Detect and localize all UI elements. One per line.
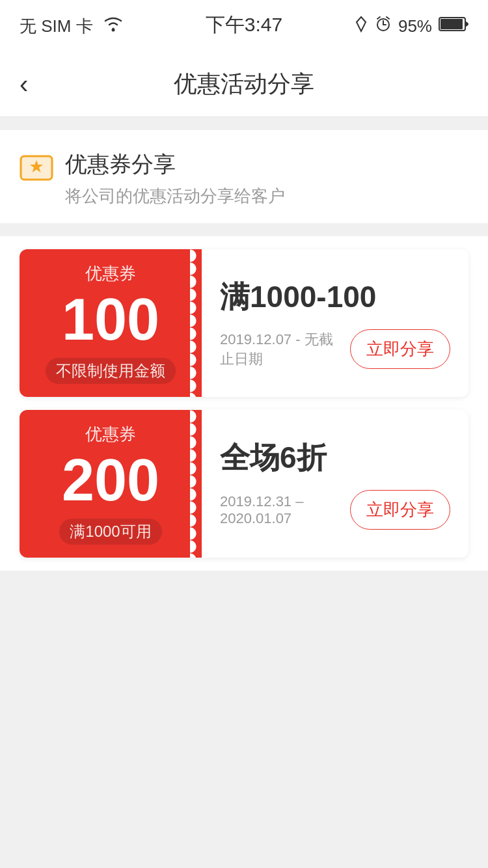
svg-rect-5	[441, 19, 463, 29]
coupon-condition-2: 满1000可用	[59, 519, 161, 545]
coupon-card-1: 优惠券 100 不限制使用金额 满1000-100 2019.12.07 - 无…	[20, 249, 468, 397]
battery-icon	[439, 16, 468, 36]
section-text: 优惠券分享 将公司的优惠活动分享给客户	[65, 150, 285, 208]
alarm-icon	[375, 16, 392, 37]
coupon-label-2: 优惠券	[85, 423, 136, 446]
svg-point-0	[111, 28, 115, 31]
empty-area	[0, 571, 488, 868]
location-icon	[354, 16, 368, 37]
status-right: 95%	[354, 16, 468, 37]
coupon-left-2: 优惠券 200 满1000可用	[20, 410, 202, 558]
nav-title: 优惠活动分享	[174, 68, 314, 100]
back-button[interactable]: ‹	[20, 70, 28, 99]
coupon-title-1: 满1000-100	[220, 277, 450, 318]
coupon-bottom-1: 2019.12.07 - 无截止日期 立即分享	[220, 329, 450, 369]
coupon-bottom-2: 2019.12.31 – 2020.01.07 立即分享	[220, 490, 450, 530]
coupon-condition-1: 不限制使用金额	[46, 358, 176, 384]
share-button-1[interactable]: 立即分享	[350, 329, 450, 369]
section-title: 优惠券分享	[65, 150, 285, 180]
coupon-share-icon	[20, 151, 53, 185]
coupon-amount-1: 100	[62, 290, 159, 349]
coupon-left-1: 优惠券 100 不限制使用金额	[20, 249, 202, 397]
coupon-right-2: 全场6折 2019.12.31 – 2020.01.07 立即分享	[202, 410, 468, 558]
coupon-amount-2: 200	[62, 451, 159, 509]
status-bar: 无 SIM 卡 下午3:47 95%	[0, 0, 488, 52]
coupon-title-2: 全场6折	[220, 438, 450, 478]
coupon-list: 优惠券 100 不限制使用金额 满1000-100 2019.12.07 - 无…	[0, 236, 488, 571]
coupon-label-1: 优惠券	[85, 262, 136, 285]
coupon-right-1: 满1000-100 2019.12.07 - 无截止日期 立即分享	[202, 249, 468, 397]
battery-percent: 95%	[398, 16, 432, 36]
status-left: 无 SIM 卡	[20, 15, 124, 38]
coupon-date-1: 2019.12.07 - 无截止日期	[220, 330, 344, 369]
status-time: 下午3:47	[206, 12, 282, 38]
wifi-icon	[102, 16, 124, 37]
coupon-card-2: 优惠券 200 满1000可用 全场6折 2019.12.31 – 2020.0…	[20, 410, 468, 558]
share-button-2[interactable]: 立即分享	[350, 490, 450, 530]
section-header: 优惠券分享 将公司的优惠活动分享给客户	[0, 130, 488, 223]
nav-bar: ‹ 优惠活动分享	[0, 52, 488, 117]
carrier-label: 无 SIM 卡	[20, 15, 93, 38]
section-subtitle: 将公司的优惠活动分享给客户	[65, 185, 285, 208]
coupon-date-2: 2019.12.31 – 2020.01.07	[220, 493, 344, 527]
